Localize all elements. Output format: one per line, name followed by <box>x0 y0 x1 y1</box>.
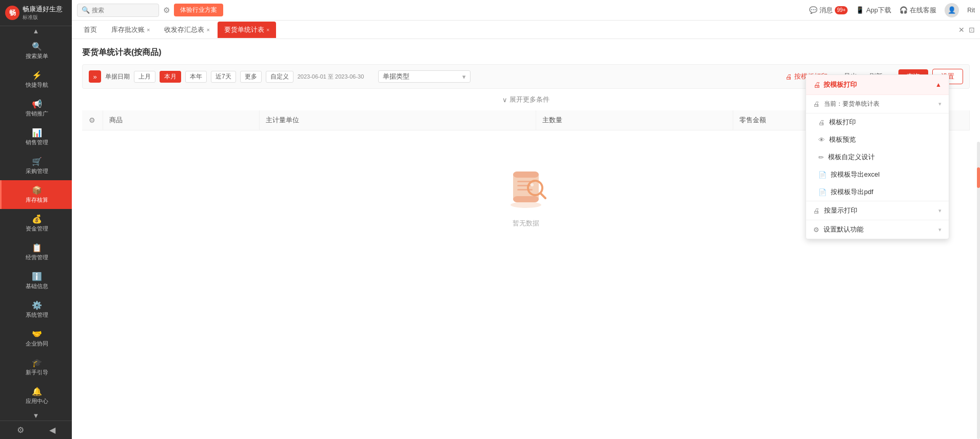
dropdown-item-template-preview[interactable]: 👁 模板预览 <box>806 131 949 148</box>
dropdown-item-template-excel[interactable]: 📄 按模板导出excel <box>806 166 949 183</box>
headset-icon: 🎧 <box>899 6 908 14</box>
topbar: 🔍 ⚙ 体验行业方案 💬 消息 99+ 📱 App下载 🎧 在线客服 👤 Ri <box>72 0 980 21</box>
empty-text: 暂无数据 <box>513 219 539 228</box>
online-service-btn[interactable]: 🎧 在线客服 <box>899 6 936 15</box>
tab-receive-summary-close[interactable]: × <box>206 27 209 33</box>
expand-icon: » <box>93 73 96 81</box>
display-print-label: 按显示打印 <box>824 206 938 215</box>
tab-order-stats-close[interactable]: × <box>266 27 269 33</box>
sidebar-item-quick[interactable]: ⚡ 快捷导航 <box>0 65 72 94</box>
svg-rect-2 <box>513 171 539 178</box>
template-design-label: 模板自定义设计 <box>828 152 942 162</box>
avatar[interactable]: 👤 <box>945 3 959 17</box>
type-select[interactable]: 单据类型 ▾ <box>378 70 471 83</box>
footer-collapse-icon[interactable]: ◀ <box>49 425 55 435</box>
search-icon-topbar: 🔍 <box>82 6 90 14</box>
date-btn-this-year[interactable]: 本年 <box>185 71 207 83</box>
tab-order-stats[interactable]: 要货单统计表 × <box>218 22 276 38</box>
th-unit: 主计量单位 <box>260 110 536 130</box>
dropdown-default-func[interactable]: ⚙ 设置默认功能 ▾ <box>806 220 949 239</box>
tab-receive-summary[interactable]: 收发存汇总表 × <box>158 22 216 38</box>
date-btn-custom[interactable]: 自定义 <box>266 71 293 83</box>
tabs-bar: 首页 库存批次账 × 收发存汇总表 × 要货单统计表 × ✕ ⊡ <box>72 21 980 39</box>
sidebar-item-inventory[interactable]: 📦 库存核算 <box>0 180 72 209</box>
scrollbar[interactable] <box>977 142 980 439</box>
finance-icon: 💰 <box>32 214 42 224</box>
tab-receive-summary-label: 收发存汇总表 <box>164 25 204 34</box>
template-excel-icon: 📄 <box>818 171 827 179</box>
display-print-arrow: ▾ <box>938 207 942 214</box>
scrollbar-thumb[interactable] <box>977 167 980 188</box>
app-download-btn[interactable]: 📱 App下载 <box>856 6 891 15</box>
search-icon: 🔍 <box>32 42 42 51</box>
sales-icon: 📊 <box>32 128 42 138</box>
topbar-search-box[interactable]: 🔍 <box>77 4 159 17</box>
sidebar-item-collab[interactable]: 🤝 企业协同 <box>0 324 72 353</box>
collab-icon: 🤝 <box>32 329 42 339</box>
gear-icon[interactable]: ⚙ <box>163 6 170 15</box>
tab-batch-account-label: 库存批次账 <box>111 25 145 34</box>
sidebar-label-guide: 新手引导 <box>26 369 48 376</box>
sidebar-item-guide[interactable]: 🎓 新手引导 <box>0 353 72 381</box>
filter-expand-btn[interactable]: » <box>89 70 101 83</box>
operations-icon: 📋 <box>32 243 42 253</box>
date-btn-7days[interactable]: 近7天 <box>211 71 236 83</box>
date-range: 2023-06-01 至 2023-06-30 <box>298 73 364 81</box>
industry-btn[interactable]: 体验行业方案 <box>174 4 223 16</box>
expand-more-arrow: ∨ <box>502 96 507 104</box>
sidebar-scroll-up[interactable]: ▲ <box>0 26 72 36</box>
sidebar-item-marketing[interactable]: 📢 营销推广 <box>0 94 72 123</box>
phone-icon: 📱 <box>856 6 864 14</box>
sidebar-item-operations[interactable]: 📋 经营管理 <box>0 238 72 266</box>
sidebar-scroll-down[interactable]: ▼ <box>0 410 72 421</box>
message-label: 消息 <box>819 6 833 15</box>
sidebar-item-basic[interactable]: ℹ️ 基础信息 <box>0 266 72 295</box>
dropdown-current-item[interactable]: 🖨 当前：要货单统计表 ▾ <box>806 95 949 113</box>
default-func-label: 设置默认功能 <box>824 225 938 234</box>
dropdown-item-template-design[interactable]: ✏ 模板自定义设计 <box>806 148 949 166</box>
sidebar-label-marketing: 营销推广 <box>26 110 48 118</box>
tab-home[interactable]: 首页 <box>77 22 104 38</box>
system-icon: ⚙️ <box>32 300 42 310</box>
sidebar-item-search[interactable]: 🔍 搜索菜单 <box>0 36 72 65</box>
sidebar-item-finance[interactable]: 💰 资金管理 <box>0 209 72 238</box>
date-btn-last-month[interactable]: 上月 <box>134 71 155 83</box>
tab-order-stats-label: 要货单统计表 <box>224 25 264 34</box>
dropdown-header[interactable]: 🖨 按模板打印 ▲ <box>806 75 949 95</box>
display-print-icon: 🖨 <box>813 207 820 215</box>
sidebar-label-system: 系统管理 <box>26 311 48 319</box>
default-func-arrow: ▾ <box>938 226 942 233</box>
window-max-btn[interactable]: ⊡ <box>969 26 975 34</box>
tab-batch-account-close[interactable]: × <box>147 27 150 33</box>
column-settings-icon[interactable]: ⚙ <box>89 116 95 124</box>
window-close-btn[interactable]: ✕ <box>958 26 965 34</box>
sidebar-item-system[interactable]: ⚙️ 系统管理 <box>0 295 72 324</box>
type-select-arrow: ▾ <box>462 73 466 81</box>
template-pdf-label: 按模板导出pdf <box>831 187 942 197</box>
svg-rect-3 <box>513 196 539 202</box>
sidebar-label-purchase: 采购管理 <box>26 167 48 175</box>
message-btn[interactable]: 💬 消息 99+ <box>809 6 848 15</box>
sidebar-item-appstore[interactable]: 🔔 应用中心 <box>0 381 72 410</box>
dropdown-display-print[interactable]: 🖨 按显示打印 ▾ <box>806 201 949 220</box>
sidebar-label-search: 搜索菜单 <box>26 52 48 60</box>
dropdown-item-template-pdf[interactable]: 📄 按模板导出pdf <box>806 183 949 201</box>
purchase-icon: 🛒 <box>32 157 42 166</box>
footer-settings-icon[interactable]: ⚙ <box>17 425 24 435</box>
dropdown-section-items: 🖨 模板打印 👁 模板预览 ✏ 模板自定义设计 📄 按模板导出excel 📄 按… <box>806 113 949 201</box>
inventory-icon: 📦 <box>32 185 42 195</box>
sidebar-item-sales[interactable]: 📊 销售管理 <box>0 123 72 151</box>
dropdown-item-template-print[interactable]: 🖨 模板打印 <box>806 113 949 131</box>
tabs-right: ✕ ⊡ <box>958 26 975 34</box>
sidebar-label-operations: 经营管理 <box>26 254 48 261</box>
template-print-label: 模板打印 <box>829 118 942 127</box>
tab-batch-account[interactable]: 库存批次账 × <box>105 22 156 38</box>
date-btn-more[interactable]: 更多 <box>240 71 262 83</box>
date-label: 单据日期 <box>105 72 130 81</box>
sidebar-item-purchase[interactable]: 🛒 采购管理 <box>0 151 72 180</box>
th-quantity: 主数量 <box>536 110 733 130</box>
logo-text: 畅康通好生意 标准版 <box>23 5 63 21</box>
app-download-label: App下载 <box>866 6 891 15</box>
search-input[interactable] <box>92 7 154 14</box>
date-btn-this-month[interactable]: 本月 <box>160 71 181 83</box>
